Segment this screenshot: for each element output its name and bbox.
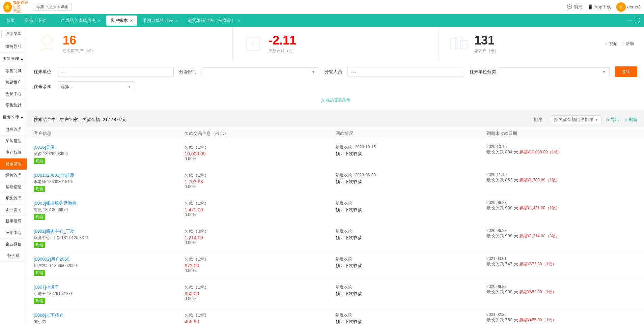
help-btn[interactable]: ⊙ 帮助 [621,41,634,47]
stat-total-customers: 131 总客户（家） ⊙ 视频 ⊙ 帮助 [439,27,644,61]
stat-total-customers-info: 131 总客户（家） [474,34,499,54]
debt-amount[interactable]: 10,000.00 [185,151,335,156]
overdue-amount-link[interactable]: 超期¥672.00（1笔） [519,262,556,266]
customer-phone: 吴俊 13026203696 [34,151,185,157]
sidebar-item-member-center[interactable]: 会员中心 [0,88,27,100]
source-category-select[interactable]: ▼ [499,67,610,76]
sidebar-item-retail-stats[interactable]: 零售统计 [0,100,27,111]
sidebar-item-purchase-mgmt[interactable]: 采购管理 [0,136,27,147]
customer-name-link[interactable]: [000002]用户2050 [34,256,185,262]
sidebar-item-app-center[interactable]: 应用中心 [0,227,27,239]
sidebar-item-retail-mgmt[interactable]: 零售管理 ▲ [0,53,27,65]
debt-amount[interactable]: 1,471.00 [185,207,335,212]
customer-tag: 现销 [34,186,45,192]
refresh-icon: ⊙ [623,117,627,122]
sidebar-item-finance[interactable]: 资金管理 [0,158,27,170]
sidebar-item-enterprise-wx[interactable]: 企业微信 [0,239,27,250]
filter-row-1: 往来单位 ··· 分管部门 ▼ 分管人员 ··· [34,66,637,77]
system-name[interactable]: 母婴行业演示账套 [33,3,72,11]
table-header: 客户信息 欠款交易信息（占比） 回款情况 到期未收款日期 [27,127,644,140]
col-header-due-date: 到期未收款日期 [486,130,637,137]
debt-amount[interactable]: 652.00 [185,291,335,296]
sidebar-item-enterprise-coop[interactable]: 企业协同 [0,204,27,216]
close-tab-product-offline[interactable]: ✕ [48,19,51,23]
sidebar-item-ecommerce[interactable]: 电商管理 [0,124,27,136]
person-input[interactable]: ··· [347,67,465,77]
main-layout: 搜索菜单 快捷导航 零售管理 ▲ 零售商城 营销推广 会员中心 零售统计 批发管… [0,27,644,324]
collapse-filter-btn[interactable]: ⋀ 收起更多条件 [34,96,637,105]
search-btn[interactable]: 查询 [615,66,637,77]
sidebar-item-batch-mgmt[interactable]: 批发管理 ▼ [0,111,27,124]
close-tab-product-history[interactable]: ✕ [98,19,101,23]
sort-select[interactable]: 按欠款金额倒序排序 ▼ [551,115,601,124]
tab-customer-account[interactable]: 客户账本 ✕ [106,16,137,26]
overdue-amount-link[interactable]: 超期¥455.90（1笔） [519,318,556,322]
customer-name-link[interactable]: [0001020001]李老师 [34,172,185,178]
sidebar-search-area: 搜索菜单 [0,27,27,41]
col-header-debt-info: 欠款交易信息（占比） [185,130,335,137]
due-date-cell: 2020.10.15 最长欠款 884 天 超期¥10,000.00（1笔） [486,144,637,155]
collection-cell: 最近收款 2020-06-30 预计下次收款 [336,172,486,185]
customer-name-link[interactable]: [0016]吴俊 [34,144,185,150]
collapse-icon: ⋀ [321,98,325,103]
user-avatar-btn[interactable]: d demo2 [616,2,641,12]
debt-amount[interactable]: 1,214.00 [185,235,335,240]
customer-name-link[interactable]: [0002]服务中心_丁磊 [34,228,185,234]
tab-maximize-btn[interactable]: ⛶ [635,18,640,24]
category-chevron-icon: ▼ [602,70,606,74]
table-row: [0003]畅捷服务尹海燕 海燕 18513066976 现销 欠款（1笔） 1… [27,196,644,224]
sidebar-item-marketing[interactable]: 营销推广 [0,77,27,88]
customer-name-link[interactable]: [0006]去下粮仓 [34,312,185,318]
tab-product-history[interactable]: 产成品入库单历史 ✕ [57,16,105,26]
search-menu-btn[interactable]: 搜索菜单 [1,30,25,38]
debt-amount[interactable]: 672.00 [185,263,335,268]
sidebar-item-retail-store[interactable]: 零售商城 [0,65,27,77]
content-area: 16 总欠款客户（家） ¥ -2.11 欠款合计（万） [27,27,644,324]
sidebar-item-member-vip[interactable]: 畅会员 [0,250,27,262]
balance-label: 往来余额 [34,84,54,90]
debt-amount-label: 欠款合计（万） [269,48,297,54]
collection-cell: 最近收款 2020-10-15 预计下次收款 [336,144,486,157]
close-tab-purchase-order[interactable]: ✕ [175,19,178,23]
customer-name-link[interactable]: [0007]小进干 [34,284,185,290]
customer-name-link[interactable]: [0003]畅捷服务尹海燕 [34,200,185,206]
filter-source-category: 往来单位分类 ▼ [470,67,610,76]
close-tab-customer-account[interactable]: ✕ [130,19,133,23]
message-btn[interactable]: 💬 消息 [567,4,582,10]
overdue-amount-link[interactable]: 超期¥1,703.68（1笔） [519,178,560,182]
overdue-amount-link[interactable]: 超期¥652.00（1笔） [519,290,556,294]
sidebar-item-system-mgmt[interactable]: 系统管理 [0,193,27,204]
sidebar-item-basic-info[interactable]: 基础信息 [0,181,27,193]
source-unit-input[interactable]: ··· [57,67,174,77]
overdue-amount-link[interactable]: 超期¥1,471.00（1笔） [519,206,560,210]
sidebar-item-new-guide[interactable]: 新手引导 [0,216,27,227]
tab-purchase-order[interactable]: 采购订单统计表 ✕ [138,16,182,26]
sidebar-item-quick-nav[interactable]: 快捷导航 [0,41,27,53]
debt-amount[interactable]: 1,703.68 [185,179,335,184]
sidebar-item-operation[interactable]: 经营管理 [0,170,27,181]
tab-product-offline[interactable]: 商品上下架 ✕ [20,16,55,26]
dept-select[interactable]: ▼ [202,67,319,76]
close-tab-purchase-stats[interactable]: ✕ [238,19,241,23]
export-btn[interactable]: ⊙ 导出 [606,117,619,123]
overdue-amount-link[interactable]: 超期¥10,000.00（1笔） [519,150,562,154]
tab-actions: — ⛶ [626,18,643,24]
stats-header: 16 总欠款客户（家） ¥ -2.11 欠款合计（万） [27,27,644,61]
refresh-btn[interactable]: ⊙ 刷新 [623,117,637,123]
debt-count: 欠款（3笔） [185,228,335,234]
tab-minimize-btn[interactable]: — [626,18,632,24]
total-customers-number: 131 [474,34,499,47]
sidebar-item-inventory[interactable]: 库存核算 [0,147,27,158]
overdue-amount-link[interactable]: 超期¥1,214.00（3笔） [519,234,560,238]
app-download-btn[interactable]: 📱 App下载 [588,4,611,10]
debt-amount[interactable]: 455.90 [185,319,335,324]
tab-home[interactable]: 首页 [2,16,19,26]
tab-purchase-stats[interactable]: 进货单统计表（按商品） ✕ [184,16,245,26]
dept-label: 分管部门 [179,69,199,75]
balance-select[interactable]: 选择... ▼ [57,81,135,92]
top-bar: 🌟 畅捷通好生意 示范 母婴行业演示账套 💬 消息 📱 App下载 d demo… [0,0,644,14]
view-video-btn[interactable]: ⊙ 视频 [605,41,617,47]
source-category-label: 往来单位分类 [470,69,496,75]
debt-info-cell: 欠款（1笔） 10,000.00 0.00% [185,144,335,161]
debt-info-cell: 欠款（3笔） 1,214.00 0.00% [185,228,335,245]
